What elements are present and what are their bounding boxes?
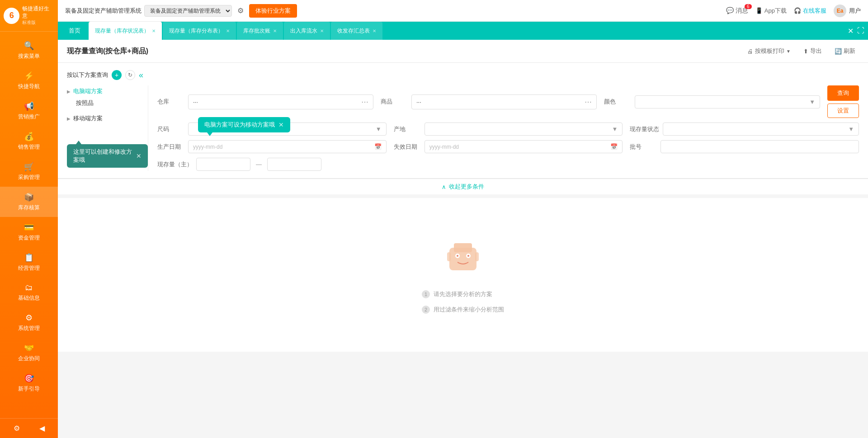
tooltip-pc-scheme: 电脑方案可设为移动方案哦 ✕ [198, 117, 290, 132]
pc-scheme-item[interactable]: ▶ 电脑端方案 [67, 85, 142, 97]
action-buttons: 查询 设置 [827, 85, 859, 118]
filter-header: 按以下方案查询 + ↻ « 电脑方案可设为移动方案哦 ✕ [67, 70, 859, 80]
industry-button[interactable]: 体验行业方案 [249, 4, 297, 18]
product-field: 商品 ··· ⋯ [381, 94, 597, 109]
settings-gear-icon[interactable]: ⚙ [237, 6, 244, 15]
tabbar: 首页 现存量（库存状况表） ✕ 现存量（库存分布表） ✕ 库存批次账 ✕ 出入库… [58, 22, 868, 40]
purchase-icon: 🛒 [24, 162, 34, 172]
user-menu[interactable]: Ea 用户 [834, 5, 861, 17]
pc-sub-items: 按照品 [67, 97, 142, 109]
tooltip-pc-close-button[interactable]: ✕ [278, 121, 284, 128]
color-arrow-icon: ▼ [809, 99, 815, 105]
tab-inventory-dist[interactable]: 现存量（库存分布表） ✕ [163, 22, 236, 40]
tab-home[interactable]: 首页 [61, 22, 88, 40]
sidebar-item-finance[interactable]: 💳 资金管理 [0, 217, 58, 247]
logo-text: 畅捷通好生意 标准版 [22, 5, 54, 26]
batch-field: 批号 [630, 140, 859, 153]
pc-scheme-arrow-icon: ▶ [67, 89, 71, 94]
phone-icon: 📱 [755, 7, 763, 14]
sidebar-item-marketing[interactable]: 📢 营销推广 [0, 96, 58, 126]
back-scheme-button[interactable]: « [139, 71, 143, 80]
stock-status-select[interactable]: ▼ [663, 122, 859, 136]
tab-inventory-status[interactable]: 现存量（库存状况表） ✕ [89, 22, 162, 40]
finance-icon: 💳 [24, 222, 34, 232]
message-button[interactable]: 💬 消息 6 [726, 7, 748, 15]
empty-tip-1: 1 请先选择要分析的方案 [422, 288, 504, 300]
scheme-tree-panel: ▶ 电脑端方案 按照品 ▶ 移动端方案 [67, 85, 148, 171]
mobile-scheme-item[interactable]: ▶ 移动端方案 [67, 113, 142, 124]
origin-field: 产地 ▼ [394, 122, 623, 136]
close-tab-batch-icon[interactable]: ✕ [273, 28, 277, 33]
refresh-button[interactable]: 🔄 刷新 [831, 45, 859, 57]
close-tab-inventory-status-icon[interactable]: ✕ [152, 28, 156, 33]
origin-select[interactable]: ▼ [425, 122, 623, 136]
sidebar-bottom: ⚙ ◀ [0, 418, 58, 438]
close-tab-collect-icon[interactable]: ✕ [373, 28, 376, 33]
operation-icon: 📋 [24, 253, 34, 263]
guide-icon: 🎯 [24, 373, 34, 383]
sidebar-item-quick[interactable]: ⚡ 快捷导航 [0, 66, 58, 96]
empty-icon [440, 234, 486, 279]
page-title: 现存量查询(按仓库+商品) [67, 47, 148, 56]
filter-row-3: 生产日期 yyyy-mm-dd 📅 失效日期 yyyy-mm-dd 📅 [157, 140, 859, 153]
page-header: 现存量查询(按仓库+商品) 🖨 按模板打印 ▼ ⬆ 导出 🔄 刷新 [58, 40, 868, 63]
filter-section: 按以下方案查询 + ↻ « 电脑方案可设为移动方案哦 ✕ ▶ 电脑端方 [58, 63, 868, 179]
tab-batch-account[interactable]: 库存批次账 ✕ [237, 22, 283, 40]
collapse-sidebar-button[interactable]: ◀ [39, 424, 45, 433]
chevron-up-icon: ∧ [442, 184, 446, 190]
close-tab-inventory-dist-icon[interactable]: ✕ [226, 28, 230, 33]
filter-body: ▶ 电脑端方案 按照品 ▶ 移动端方案 [67, 85, 859, 171]
sidebar-item-basic[interactable]: 🗂 基础信息 [0, 278, 58, 307]
export-button[interactable]: ⬆ 导出 [800, 45, 826, 57]
inventory-icon: 📦 [24, 192, 34, 202]
search-button[interactable]: 查询 [827, 85, 859, 101]
reset-button[interactable]: 设置 [827, 104, 859, 118]
product-select[interactable]: ··· ⋯ [411, 94, 597, 109]
system-select[interactable]: 装备及固定资产辅助管理系统 [144, 5, 232, 17]
batch-input[interactable] [660, 140, 859, 153]
tab-collect-send[interactable]: 收发存汇总表 ✕ [331, 22, 382, 40]
color-select[interactable]: ▼ [635, 95, 820, 108]
main-wrapper: 装备及固定资产辅助管理系统 装备及固定资产辅助管理系统 ⚙ 体验行业方案 💬 消… [58, 0, 868, 438]
scheme-tree: ▶ 电脑端方案 按照品 ▶ 移动端方案 [67, 85, 142, 124]
warehouse-dots-icon: ⋯ [361, 98, 368, 106]
size-arrow-icon: ▼ [376, 126, 382, 132]
pc-sub-item-0[interactable]: 按照品 [76, 97, 142, 109]
quick-icon: ⚡ [24, 71, 34, 81]
expire-date-start-input[interactable]: yyyy-mm-dd 📅 [425, 140, 623, 153]
basic-icon: 🗂 [25, 283, 33, 292]
calendar-icon-1: 📅 [374, 143, 382, 150]
print-button[interactable]: 🖨 按模板打印 ▼ [744, 45, 794, 57]
sidebar-item-search[interactable]: 🔍 搜索菜单 [0, 35, 58, 66]
warehouse-select[interactable]: ··· ⋯ [188, 94, 373, 109]
sidebar-logo: 6 畅捷通好生意 标准版 [0, 0, 58, 32]
sidebar-item-inventory[interactable]: 📦 库存核算 [0, 187, 58, 217]
product-dots-icon: ⋯ [585, 98, 592, 106]
close-tab-flow-icon[interactable]: ✕ [320, 28, 324, 33]
sidebar-item-enterprise[interactable]: 🤝 企业协同 [0, 338, 58, 368]
tooltip-edit-scheme: 这里可以创建和修改方案哦 ✕ [67, 144, 148, 168]
sidebar-item-system[interactable]: ⚙ 系统管理 [0, 307, 58, 338]
produce-date-start-input[interactable]: yyyy-mm-dd 📅 [188, 140, 387, 153]
collapse-button[interactable]: ∧ 收起更多条件 [58, 179, 868, 194]
empty-tip-2: 2 用过滤条件来缩小分析范围 [422, 304, 504, 316]
tab-in-out-flow[interactable]: 出入库流水 ✕ [284, 22, 330, 40]
app-download-button[interactable]: 📱 App下载 [755, 7, 787, 15]
refresh-scheme-button[interactable]: ↻ [125, 70, 135, 80]
sidebar-item-purchase[interactable]: 🛒 采购管理 [0, 156, 58, 187]
online-service-button[interactable]: 🎧 在线客服 [794, 7, 826, 15]
add-scheme-button[interactable]: + [112, 70, 122, 80]
tooltip-edit-close-button[interactable]: ✕ [136, 152, 142, 160]
stock-main-from-input[interactable] [196, 158, 250, 171]
settings-button[interactable]: ⚙ [14, 424, 20, 433]
close-all-tabs-icon[interactable]: ✕ [848, 27, 854, 35]
export-icon: ⬆ [803, 48, 808, 55]
system-icon: ⚙ [25, 313, 33, 323]
stock-main-to-input[interactable] [267, 158, 321, 171]
sidebar-item-guide[interactable]: 🎯 新手引导 [0, 368, 58, 398]
page-actions: 🖨 按模板打印 ▼ ⬆ 导出 🔄 刷新 [744, 45, 859, 57]
sidebar-item-sales[interactable]: 💰 销售管理 [0, 126, 58, 156]
sidebar-item-operation[interactable]: 📋 经营管理 [0, 247, 58, 278]
message-badge: 6 [745, 4, 752, 9]
expand-tabs-icon[interactable]: ⛶ [857, 27, 864, 35]
